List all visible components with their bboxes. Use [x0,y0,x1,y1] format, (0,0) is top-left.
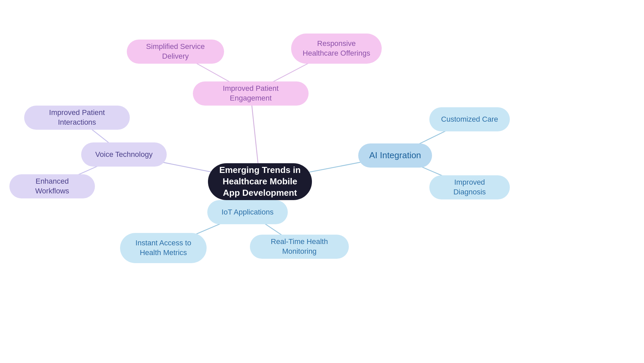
real-time-monitoring-node: Real-Time Health Monitoring [250,235,349,259]
improved-patient-engagement-node: Improved Patient Engagement [193,81,309,106]
responsive-healthcare-offerings-node: Responsive Healthcare Offerings [291,34,382,64]
simplified-service-delivery-node: Simplified Service Delivery [127,40,224,64]
iot-applications-node: IoT Applications [207,200,288,224]
voice-technology-label: Voice Technology [95,150,153,160]
responsive-healthcare-offerings-label: Responsive Healthcare Offerings [301,39,372,58]
iot-applications-label: IoT Applications [222,207,274,217]
improved-patient-interactions-label: Improved Patient Interactions [34,108,120,127]
instant-access-node: Instant Access to Health Metrics [120,233,207,263]
ai-integration-label: AI Integration [369,150,421,161]
ai-integration-node: AI Integration [358,143,432,168]
voice-technology-node: Voice Technology [81,142,167,167]
instant-access-label: Instant Access to Health Metrics [129,238,197,257]
improved-patient-engagement-label: Improved Patient Engagement [202,84,299,103]
improved-diagnosis-label: Improved Diagnosis [439,178,500,197]
enhanced-workflows-label: Enhanced Workflows [19,177,86,196]
enhanced-workflows-node: Enhanced Workflows [9,174,95,198]
improved-patient-interactions-node: Improved Patient Interactions [24,106,130,130]
center-node: Emerging Trends in Healthcare Mobile App… [208,163,312,200]
customized-care-label: Customized Care [441,115,498,124]
real-time-monitoring-label: Real-Time Health Monitoring [259,237,339,256]
customized-care-node: Customized Care [429,107,510,131]
improved-diagnosis-node: Improved Diagnosis [429,175,510,199]
simplified-service-delivery-label: Simplified Service Delivery [136,42,215,61]
center-label: Emerging Trends in Healthcare Mobile App… [217,165,303,198]
